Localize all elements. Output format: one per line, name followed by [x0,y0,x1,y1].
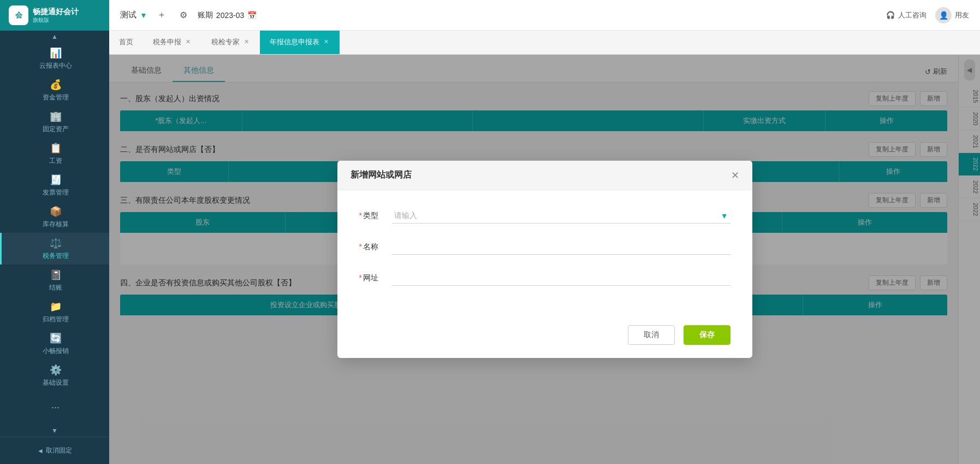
form-field-type: *类型 ▼ [359,208,730,224]
page-content: 基础信息 其他信息 ↺ 刷新 一、股东（发起人） [109,55,980,464]
sidebar-scroll-down[interactable]: ▼ [0,425,109,437]
sidebar-item-label-archive: 归档管理 [43,315,69,324]
tab-tax-check-close[interactable]: ✕ [243,37,250,46]
topbar-actions: ＋ ⚙ [154,8,191,23]
sidebar-item-archive[interactable]: 📁 归档管理 [0,296,109,328]
dialog-overlay: 新增网站或网店 ✕ *类型 ▼ [109,55,980,464]
cancel-button[interactable]: 取消 [628,325,675,345]
sidebar-item-tax[interactable]: ⚖️ 税务管理 [0,233,109,265]
sidebar-item-label-fixed-assets: 固定资产 [43,125,69,134]
accounting-icon: 📓 [50,269,62,281]
tab-home[interactable]: 首页 [109,31,143,54]
sidebar-item-fixed-assets[interactable]: 🏢 固定资产 [0,106,109,138]
logo-badge: 旗舰版 [33,16,79,24]
logo-text-block: 畅捷通好会计 旗舰版 [33,7,79,24]
main-area: 测试 ▼ ＋ ⚙ 账期 2023-03 📅 🎧 人工咨询 👤 用友 首页 [109,0,980,464]
headset-icon: 🎧 [886,11,895,19]
form-control-type: ▼ [392,208,730,224]
sidebar-item-invoice[interactable]: 🧾 发票管理 [0,169,109,201]
tab-tax-check[interactable]: 税检专家 ✕ [201,31,260,54]
tab-annual-report-close[interactable]: ✕ [323,37,330,46]
sidebar-item-label-inventory: 库存核算 [43,220,69,229]
dialog-close-button[interactable]: ✕ [731,171,739,180]
tab-tax-report-close[interactable]: ✕ [185,37,192,46]
tax-icon: ⚖️ [50,237,62,249]
collapse-arrow-icon: ◄ [37,447,44,455]
basic-settings-icon: ⚙️ [50,364,62,376]
user-menu[interactable]: 👤 用友 [935,7,969,24]
topbar-right: 🎧 人工咨询 👤 用友 [886,7,969,24]
form-label-type: *类型 [359,211,392,221]
sidebar-item-label-invoice: 发票管理 [43,188,69,197]
form-control-name [392,239,730,255]
xiaochang-icon: 🔄 [50,332,62,344]
name-input[interactable] [392,239,730,255]
sidebar-item-payroll[interactable]: 📋 工资 [0,138,109,169]
collapse-label: 取消固定 [46,446,72,455]
sidebar-item-label-fund: 资金管理 [43,93,69,102]
type-input[interactable] [392,208,730,224]
form-field-name: *名称 [359,239,730,255]
cloud-report-icon: 📊 [50,47,62,59]
tab-tax-report-label: 税务申报 [153,37,181,47]
tab-home-label: 首页 [119,37,133,47]
tab-tax-report[interactable]: 税务申报 ✕ [143,31,201,54]
fund-icon: 💰 [50,79,62,91]
period-value: 2023-03 [216,11,244,20]
support-label: 人工咨询 [898,10,926,20]
required-mark-url: * [359,273,362,282]
payroll-icon: 📋 [50,142,62,154]
support-button[interactable]: 🎧 人工咨询 [886,10,926,20]
topbar: 测试 ▼ ＋ ⚙ 账期 2023-03 📅 🎧 人工咨询 👤 用友 [109,0,980,31]
sidebar-item-label-payroll: 工资 [49,156,62,166]
fixed-assets-icon: 🏢 [50,110,62,122]
tabs-bar: 首页 税务申报 ✕ 税检专家 ✕ 年报信息申报表 ✕ [109,31,980,55]
tab-tax-check-label: 税检专家 [211,37,240,47]
dialog-add-website: 新增网站或网店 ✕ *类型 ▼ [337,161,752,358]
form-control-url [392,270,730,286]
tab-annual-report[interactable]: 年报信息申报表 ✕ [260,31,340,54]
sidebar-item-cloud-report[interactable]: 📊 云报表中心 [0,43,109,74]
sidebar-item-label-tax: 税务管理 [43,251,69,261]
sidebar: 会 畅捷通好会计 旗舰版 ▲ 📊 云报表中心 💰 资金管理 🏢 固定资产 📋 工… [0,0,109,464]
sidebar-collapse-button[interactable]: ◄ 取消固定 [34,443,75,459]
sidebar-item-xiaochang[interactable]: 🔄 小畅报销 [0,328,109,360]
company-name: 测试 [120,10,136,20]
dialog-footer: 取消 保存 [337,316,752,358]
sidebar-item-label-accounting: 结账 [49,283,62,292]
required-mark-name: * [359,242,362,251]
company-dropdown-icon: ▼ [140,11,147,20]
company-selector[interactable]: 测试 ▼ [120,10,147,20]
user-name: 用友 [955,10,969,20]
logo-text: 畅捷通好会计 [33,7,79,16]
sidebar-item-label-basic-settings: 基础设置 [43,378,69,387]
form-label-name: *名称 [359,242,392,252]
logo-icon: 会 [9,5,28,25]
sidebar-item-more[interactable]: ··· [0,391,109,423]
archive-icon: 📁 [50,301,62,313]
tab-annual-report-label: 年报信息申报表 [270,37,319,47]
inventory-icon: 📦 [50,205,62,218]
url-input[interactable] [392,270,730,286]
sidebar-item-inventory[interactable]: 📦 库存核算 [0,201,109,233]
sidebar-scroll-up[interactable]: ▲ [0,31,109,43]
sidebar-item-accounting[interactable]: 📓 结账 [0,265,109,296]
dialog-title: 新增网站或网店 [351,169,412,181]
sidebar-item-label-cloud-report: 云报表中心 [39,61,72,71]
sidebar-bottom: ◄ 取消固定 [0,437,109,464]
period-label: 账期 [198,10,213,20]
settings-button[interactable]: ⚙ [176,8,191,23]
sidebar-logo: 会 畅捷通好会计 旗舰版 [0,0,109,31]
period-info: 账期 2023-03 📅 [198,10,257,20]
save-button[interactable]: 保存 [684,325,730,345]
dialog-body: *类型 ▼ *名称 [337,190,752,316]
invoice-icon: 🧾 [50,174,62,186]
sidebar-item-fund[interactable]: 💰 资金管理 [0,74,109,106]
more-icon: ··· [51,402,60,413]
calendar-icon[interactable]: 📅 [247,11,257,20]
form-field-url: *网址 [359,270,730,286]
sidebar-item-basic-settings[interactable]: ⚙️ 基础设置 [0,360,109,391]
sidebar-items: 📊 云报表中心 💰 资金管理 🏢 固定资产 📋 工资 🧾 发票管理 📦 库存核算… [0,43,109,425]
add-button[interactable]: ＋ [154,8,169,23]
dialog-header: 新增网站或网店 ✕ [337,161,752,190]
